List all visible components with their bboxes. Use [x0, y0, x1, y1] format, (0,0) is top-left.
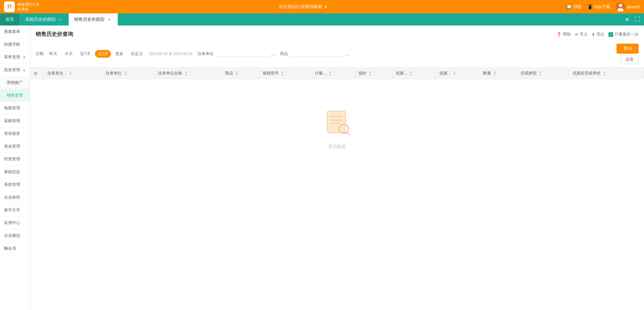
- empty-icon: [320, 106, 354, 140]
- import-button[interactable]: ⟳ 导入: [575, 32, 588, 37]
- tab-purchase-history-close[interactable]: ×: [58, 17, 63, 22]
- goods-label: 商品: [280, 51, 288, 57]
- filter-bar: 日期 昨天 今天 近7天 近1月 更多 自定义 2023-02-18 至 202…: [30, 40, 644, 68]
- logo-area: 好 畅捷通好生意 标准版: [4, 1, 40, 12]
- sort-icon: ▲▼: [539, 71, 542, 76]
- col-unit[interactable]: 计量... ▲▼: [311, 68, 355, 79]
- download-icon: 📱: [587, 4, 593, 9]
- col-qty[interactable]: 数量 ▲▼: [480, 68, 517, 79]
- sidebar-item-wholesale[interactable]: 批发管理 ▲: [0, 64, 30, 76]
- avatar-icon: [616, 2, 625, 11]
- col-goods[interactable]: 商品 ▲▼: [222, 68, 259, 79]
- col-partner-name[interactable]: 往来单位名称 ▲▼: [154, 68, 221, 79]
- date-label: 日期: [36, 51, 44, 57]
- sort-icon: ▲▼: [410, 71, 412, 76]
- header-right: 💬 消息 📱 App下载 demo2: [567, 2, 640, 11]
- query-button[interactable]: 查询: [616, 44, 639, 54]
- date-btn-yesterday[interactable]: 昨天: [46, 50, 60, 58]
- partner-label: 往来单位: [198, 51, 214, 57]
- sidebar-item-quick-nav[interactable]: 快捷导航: [0, 38, 30, 51]
- avatar: [616, 2, 625, 11]
- tab-purchase-history[interactable]: 采购历史价跟踪 ×: [20, 13, 69, 25]
- sort-icon: ▲▼: [124, 71, 127, 76]
- sidebar-item-member[interactable]: 畅会员: [0, 242, 30, 255]
- sidebar-item-ecommerce[interactable]: 电商管理: [0, 102, 30, 115]
- empty-text: 暂元数据: [328, 144, 346, 150]
- sort-icon: ▲▼: [453, 71, 456, 76]
- sidebar-item-search[interactable]: 搜索菜单: [0, 25, 30, 38]
- date-options: 昨天 今天 近7天 近1月 更多 自定义: [46, 50, 146, 58]
- empty-state: 暂元数据: [30, 79, 644, 176]
- sidebar-item-operations[interactable]: 经营管理: [0, 153, 30, 166]
- date-btn-custom[interactable]: 自定义: [128, 50, 146, 58]
- sidebar-item-wechat[interactable]: 企业微信: [0, 229, 30, 242]
- sidebar-item-enterprise[interactable]: 企业协同: [0, 191, 30, 204]
- sidebar-item-sales-mgmt[interactable]: 销售管理: [0, 89, 30, 102]
- empty-illustration: [320, 106, 354, 140]
- chevron-down-icon: ▼: [324, 5, 328, 9]
- page-header: 销售历史价查询 ❓ 帮助 ⟳ 导入 ⬆ 导出 ✓ 只看最后一次: [30, 25, 644, 40]
- partner-dots[interactable]: ...: [271, 51, 275, 57]
- sidebar-item-finance[interactable]: 资金管理: [0, 140, 30, 153]
- tab-bar: 首页 采购历史价跟踪 × 销售历史价跟踪 × ✕ ⛶: [0, 13, 644, 25]
- date-range-display: 2023-02-18 至 2023-03-18: [149, 51, 192, 56]
- sidebar-item-system[interactable]: 系统管理: [0, 178, 30, 191]
- sidebar-item-basic-info[interactable]: 基础信息: [0, 166, 30, 178]
- page-title: 销售历史价查询: [36, 31, 73, 38]
- chevron-down-icon: ▼: [22, 55, 26, 59]
- app-download-button[interactable]: 📱 App下载: [587, 4, 610, 10]
- user-menu[interactable]: demo2: [616, 2, 640, 11]
- date-filter-group: 日期 昨天 今天 近7天 近1月 更多 自定义 2023-02-18 至 202…: [36, 50, 192, 58]
- col-discount1[interactable]: 优惠... ▲▼: [392, 68, 436, 79]
- sort-icon: ▲▼: [184, 71, 187, 76]
- col-pretax-price[interactable]: 优惠前无税单价 ▲▼: [569, 68, 644, 79]
- only-last-checkbox[interactable]: ✓: [608, 32, 613, 37]
- col-partner-code[interactable]: 往来单位 ▲▼: [102, 68, 154, 79]
- only-last-checkbox-area[interactable]: ✓ 只看最后一次: [608, 32, 639, 37]
- sidebar-item-retail[interactable]: 零售管理 ▼: [0, 51, 30, 64]
- tab-sales-history-close[interactable]: ×: [107, 17, 112, 22]
- col-gear[interactable]: ⚙: [30, 68, 44, 79]
- settings-button[interactable]: 设置: [621, 55, 639, 64]
- goods-dots[interactable]: ...: [345, 51, 349, 57]
- workspace-selector[interactable]: 办公用品行业模拟账套 ▼: [279, 4, 328, 10]
- svg-line-8: [347, 132, 350, 135]
- fullscreen-button[interactable]: ⛶: [633, 15, 641, 24]
- gear-icon[interactable]: ⚙: [34, 71, 38, 76]
- content-area: 销售历史价查询 ❓ 帮助 ⟳ 导入 ⬆ 导出 ✓ 只看最后一次: [30, 25, 644, 310]
- col-trade-type[interactable]: 交易类型 ▲▼: [517, 68, 569, 79]
- tab-home[interactable]: 首页: [0, 13, 20, 25]
- date-btn-1month[interactable]: 近1月: [95, 50, 111, 58]
- tab-sales-history[interactable]: 销售历史价跟踪 ×: [69, 13, 118, 25]
- col-quote[interactable]: 报价 ▲▼: [355, 68, 392, 79]
- logo-text: 畅捷通好生意 标准版: [17, 2, 40, 12]
- sidebar-item-app-center[interactable]: 应用中心: [0, 217, 30, 229]
- sort-icon: ▲▼: [281, 71, 284, 76]
- table-header-row: ⚙ 业务发生... ▲▼ 往来单位 ▲▼ 往来单位名称 ▲▼: [30, 68, 644, 79]
- date-btn-more[interactable]: 更多: [112, 50, 126, 58]
- sidebar-item-purchase[interactable]: 采购管理: [0, 115, 30, 127]
- col-date[interactable]: 业务发生... ▲▼: [44, 68, 102, 79]
- export-icon: ⬆: [592, 32, 595, 37]
- col-spec[interactable]: 规格型号 ▲▼: [259, 68, 311, 79]
- message-icon: 💬: [567, 4, 572, 9]
- sidebar-item-inventory[interactable]: 库存核算: [0, 127, 30, 140]
- sidebar-item-marketing[interactable]: 营销推广: [0, 76, 30, 89]
- import-icon: ⟳: [575, 32, 578, 37]
- sidebar-item-guide[interactable]: 新手引导: [0, 204, 30, 217]
- data-table: ⚙ 业务发生... ▲▼ 往来单位 ▲▼ 往来单位名称 ▲▼: [30, 68, 644, 79]
- close-window-button[interactable]: ✕: [624, 15, 631, 24]
- goods-input[interactable]: [289, 51, 344, 57]
- partner-input[interactable]: [215, 51, 269, 57]
- table-container: ⚙ 业务发生... ▲▼ 往来单位 ▲▼ 往来单位名称 ▲▼: [30, 68, 644, 310]
- sort-icon: ▲▼: [369, 71, 372, 76]
- message-button[interactable]: 💬 消息: [567, 4, 582, 10]
- sort-icon: ▲▼: [69, 71, 72, 76]
- date-btn-today[interactable]: 今天: [62, 50, 76, 58]
- page-actions: ❓ 帮助 ⟳ 导入 ⬆ 导出 ✓ 只看最后一次: [556, 32, 639, 37]
- help-button[interactable]: ❓ 帮助: [556, 32, 571, 37]
- col-discount2[interactable]: 优惠... ▲▼: [436, 68, 480, 79]
- date-btn-7days[interactable]: 近7天: [77, 50, 94, 58]
- export-button[interactable]: ⬆ 导出: [592, 32, 604, 37]
- help-icon: ❓: [556, 32, 561, 37]
